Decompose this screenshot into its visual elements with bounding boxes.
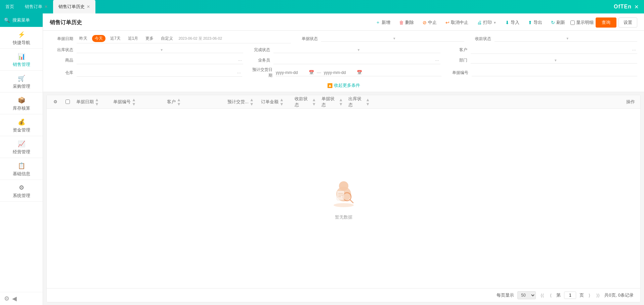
customer-input[interactable] — [471, 47, 631, 52]
th-status-sort-icon[interactable]: ▲▼ — [339, 98, 343, 106]
page-first-btn[interactable]: ⟨⟨ — [539, 292, 545, 299]
sidebar-item-operations[interactable]: 📈 经营管理 — [0, 136, 43, 158]
tab-sales-order[interactable]: 销售订单 ✕ — [19, 0, 53, 13]
th-delivery-sort-icon[interactable]: ▲▼ — [250, 98, 254, 106]
tab-home[interactable]: 首页 — [0, 0, 19, 13]
btn-import[interactable]: ⬇ 导入 — [502, 18, 523, 27]
tab-sales-order-close[interactable]: ✕ — [44, 4, 48, 9]
filter-bill-number[interactable] — [472, 69, 637, 76]
filter-warehouse[interactable]: ··· — [77, 69, 242, 77]
filter-bill-status[interactable]: ▼ — [321, 36, 464, 42]
chip-1month[interactable]: 近1月 — [125, 35, 141, 42]
btn-stop[interactable]: ⊘ 中止 — [419, 18, 440, 27]
sidebar-collapse-icon[interactable]: ◀ — [12, 295, 17, 302]
sidebar-item-basic-info[interactable]: 📋 基础信息 — [0, 158, 43, 180]
filter-salesperson[interactable]: ··· — [273, 56, 440, 64]
th-number[interactable]: 单据编号 ▲▼ — [111, 98, 164, 106]
bill-number-input[interactable] — [472, 70, 637, 75]
display-detail-toggle[interactable]: 显示明细 — [570, 20, 594, 26]
topbar-close-icon[interactable]: ✕ — [634, 4, 639, 10]
page-prev-btn[interactable]: ⟨ — [549, 292, 553, 299]
th-status[interactable]: 单据状态 ▲▼ — [319, 96, 346, 108]
delivery-date-start[interactable] — [276, 70, 306, 75]
settings-gear-icon[interactable]: ⚙ — [4, 295, 9, 302]
btn-cancel-stop[interactable]: ↩ 取消中止 — [442, 18, 472, 27]
filter-label-warehouse-status: 出库状态 — [50, 47, 77, 53]
chip-today[interactable]: 今天 — [92, 35, 105, 42]
chip-7days[interactable]: 近7天 — [108, 35, 123, 42]
warehouse-input[interactable] — [77, 70, 235, 75]
collapse-bar[interactable]: 🔼 收起更多条件 — [50, 81, 637, 88]
filter-row-1: 单据日期 昨天 今天 近7天 近1月 更多 自定义 2023-06-02 至 2… — [50, 34, 637, 43]
print-arrow-icon: ▼ — [493, 21, 497, 25]
btn-print[interactable]: 🖨 打印 ▼ — [474, 18, 500, 27]
display-detail-checkbox[interactable] — [570, 21, 575, 25]
filter-product[interactable]: ··· — [77, 56, 243, 64]
filter-row-2: 出库状态 ▼ 完成状态 ▼ 客户 ··· — [50, 46, 637, 54]
sidebar-item-finance[interactable]: 💰 资金管理 — [0, 114, 43, 136]
product-dots-icon[interactable]: ··· — [237, 58, 244, 63]
calendar-end-icon[interactable]: 📅 — [357, 70, 362, 75]
tab-sales-order-history[interactable]: 销售订单历史 ✕ — [53, 0, 95, 13]
th-amount-sort-icon[interactable]: ▲▼ — [280, 98, 284, 106]
svg-line-4 — [350, 200, 353, 203]
page-next-btn[interactable]: ⟩ — [587, 292, 592, 299]
th-date-sort-icon[interactable]: ▲▼ — [95, 98, 99, 106]
sidebar-bottom: ⚙ ◀ — [0, 292, 43, 305]
th-payment[interactable]: 收款状态 ▲▼ — [292, 96, 319, 108]
th-settings[interactable]: ⚙ — [49, 99, 61, 104]
th-payment-sort-icon[interactable]: ▲▼ — [312, 98, 316, 106]
sidebar-item-label: 经营管理 — [13, 149, 30, 155]
delivery-date-end[interactable] — [324, 70, 354, 75]
btn-delete[interactable]: 🗑 删除 — [396, 18, 417, 27]
sidebar-item-sales[interactable]: 📊 销售管理 — [0, 49, 43, 71]
btn-setting[interactable]: 设置 — [618, 17, 637, 28]
empty-text: 暂无数据 — [335, 214, 352, 220]
sidebar-item-quick-nav[interactable]: ⚡ 快捷导航 — [0, 27, 43, 49]
chip-yesterday[interactable]: 昨天 — [77, 35, 90, 42]
th-warehouse-sort-icon[interactable]: ▲▼ — [366, 98, 370, 106]
warehouse-dots-icon[interactable]: ··· — [235, 70, 242, 75]
filter-department[interactable]: ▼ — [471, 58, 637, 64]
th-date[interactable]: 单据日期 ▲▼ — [74, 98, 111, 106]
th-customer-sort-icon[interactable]: ▲▼ — [177, 98, 181, 106]
th-amount[interactable]: 订单金额 ▲▼ — [258, 98, 292, 106]
th-customer[interactable]: 客户 ▲▼ — [164, 98, 225, 106]
customer-dots-icon[interactable]: ··· — [631, 47, 637, 52]
sidebar-item-purchase[interactable]: 🛒 采购管理 — [0, 71, 43, 92]
filter-customer[interactable]: ··· — [471, 46, 637, 54]
salesperson-input[interactable] — [273, 58, 434, 63]
cancel-stop-icon: ↩ — [445, 20, 449, 25]
sidebar-item-system[interactable]: ⚙ 系统管理 — [0, 180, 43, 202]
sidebar-search[interactable]: 🔍 搜索菜单 — [0, 13, 43, 27]
product-input[interactable] — [77, 58, 237, 63]
filter-payment-status[interactable]: ▼ — [495, 36, 637, 42]
chip-more[interactable]: 更多 — [143, 35, 156, 42]
calendar-start-icon[interactable]: 📅 — [309, 70, 314, 75]
th-warehouse-status[interactable]: 出库状态 ▲▼ — [346, 96, 373, 108]
th-checkbox[interactable] — [61, 100, 74, 104]
btn-new[interactable]: ＋ 新增 — [372, 18, 394, 27]
page-size-select[interactable]: 50 10 20 100 — [517, 291, 536, 299]
sidebar-item-label: 库存核算 — [13, 105, 30, 111]
page-number-input[interactable] — [564, 292, 576, 299]
sidebar-item-inventory[interactable]: 📦 库存核算 — [0, 92, 43, 114]
sidebar-item-label: 基础信息 — [13, 171, 30, 177]
filter-label-bill-number: 单据编号 — [448, 70, 472, 76]
warehouse-status-arrow-icon: ▼ — [160, 48, 243, 52]
th-number-sort-icon[interactable]: ▲▼ — [132, 98, 136, 106]
filter-warehouse-status[interactable]: ▼ — [77, 47, 243, 53]
content-area: 销售订单历史 ＋ 新增 🗑 删除 ⊘ 中止 ↩ 取消中止 — [43, 13, 644, 305]
filter-complete-status[interactable]: ▼ — [273, 47, 440, 53]
chip-custom[interactable]: 自定义 — [158, 35, 176, 42]
tab-sales-order-history-close[interactable]: ✕ — [87, 4, 90, 9]
btn-export[interactable]: ⬆ 导出 — [525, 18, 546, 27]
salesperson-dots-icon[interactable]: ··· — [434, 58, 440, 63]
new-icon: ＋ — [376, 20, 380, 26]
btn-query[interactable]: 查询 — [596, 17, 616, 28]
page-last-btn[interactable]: ⟩⟩ — [595, 292, 601, 299]
th-delivery[interactable]: 预计交货... ▲▼ — [225, 98, 258, 106]
select-all-checkbox[interactable] — [66, 100, 70, 104]
table-settings-icon[interactable]: ⚙ — [53, 99, 57, 104]
btn-refresh[interactable]: ↻ 刷新 — [548, 18, 568, 27]
